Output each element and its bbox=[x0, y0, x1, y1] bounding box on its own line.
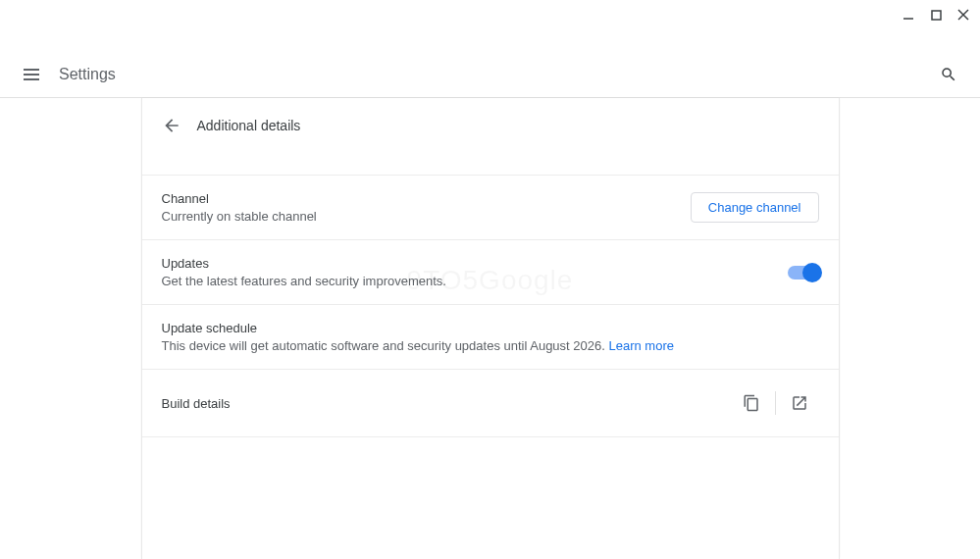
update-schedule-title: Update schedule bbox=[162, 321, 674, 335]
updates-subtitle: Get the latest features and security imp… bbox=[162, 274, 446, 288]
channel-row: Channel Currently on stable channel Chan… bbox=[142, 175, 839, 239]
build-actions bbox=[732, 385, 819, 421]
update-schedule-subtitle: This device will get automatic software … bbox=[162, 338, 674, 353]
settings-card: Additional details Channel Currently on … bbox=[141, 98, 840, 559]
svg-rect-1 bbox=[932, 11, 941, 20]
close-icon[interactable] bbox=[956, 8, 970, 22]
open-external-icon[interactable] bbox=[780, 385, 819, 421]
updates-row: Updates Get the latest features and secu… bbox=[142, 239, 839, 304]
page-title: Settings bbox=[59, 66, 116, 83]
change-channel-button[interactable]: Change channel bbox=[691, 192, 819, 223]
build-details-row[interactable]: Build details bbox=[142, 369, 839, 437]
updates-toggle[interactable] bbox=[788, 266, 819, 280]
minimize-icon[interactable] bbox=[902, 8, 915, 22]
menu-icon[interactable] bbox=[22, 65, 41, 84]
content-area: Additional details Channel Currently on … bbox=[0, 98, 980, 559]
back-arrow-icon[interactable] bbox=[162, 116, 181, 135]
learn-more-link[interactable]: Learn more bbox=[608, 338, 673, 353]
toggle-thumb-icon bbox=[802, 263, 822, 282]
window-controls bbox=[902, 8, 970, 22]
updates-title: Updates bbox=[162, 256, 446, 271]
maximize-icon[interactable] bbox=[929, 8, 943, 22]
card-header: Additional details bbox=[142, 98, 839, 175]
channel-subtitle: Currently on stable channel bbox=[162, 209, 317, 224]
updates-text: Updates Get the latest features and secu… bbox=[162, 256, 446, 288]
channel-text: Channel Currently on stable channel bbox=[162, 191, 317, 224]
build-details-text: Build details bbox=[162, 396, 231, 411]
toolbar: Settings bbox=[0, 51, 980, 98]
search-icon[interactable] bbox=[939, 65, 958, 84]
card-title: Additional details bbox=[197, 118, 301, 133]
copy-icon[interactable] bbox=[732, 385, 771, 421]
channel-title: Channel bbox=[162, 191, 317, 206]
update-schedule-desc: This device will get automatic software … bbox=[162, 338, 609, 353]
build-details-title: Build details bbox=[162, 396, 231, 411]
icon-divider bbox=[775, 391, 776, 415]
update-schedule-row: Update schedule This device will get aut… bbox=[142, 304, 839, 369]
update-schedule-text: Update schedule This device will get aut… bbox=[162, 321, 674, 353]
